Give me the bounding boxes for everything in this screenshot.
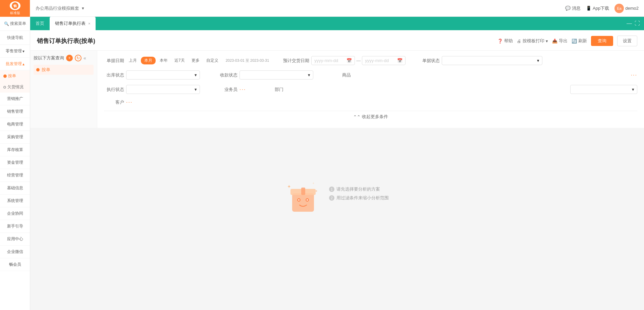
salesman-field: 业务员 ··· <box>217 87 246 93</box>
export-icon: 📥 <box>552 39 557 44</box>
sidebar-item-guide[interactable]: 新手引导 <box>0 220 30 233</box>
sidebar-item-wechat[interactable]: 企业微信 <box>0 246 30 258</box>
sidebar-item-retail[interactable]: 零售管理 ▾ <box>0 45 30 58</box>
wechat-label: 企业微信 <box>7 249 23 254</box>
finance-label: 资金管理 <box>7 160 23 165</box>
svg-rect-2 <box>292 193 314 212</box>
sidebar-item-basic-info[interactable]: 基础信息 <box>0 182 30 195</box>
search-menu-button[interactable]: 🔍 搜索菜单 <box>2 19 28 28</box>
filter-panel: 按以下方案查询 + ↻ « 按单 单据日期 <box>30 51 644 128</box>
tab-maximize-button[interactable]: ⛶ <box>635 20 640 27</box>
exec-status-label: 执行状态 <box>104 87 124 93</box>
product-dots-button[interactable]: ··· <box>631 72 637 78</box>
submenu-backorder-label: 欠货情况 <box>7 84 23 90</box>
refresh-scheme-button[interactable]: ↻ <box>75 55 82 61</box>
predict-date-label: 预计交货日期 <box>283 58 309 64</box>
collapse-label: 收起更多条件 <box>362 114 388 120</box>
user-profile-button[interactable]: Ea demo2 <box>614 4 639 13</box>
date-tab-more[interactable]: 更多 <box>189 56 202 65</box>
customer-dots-button[interactable]: ··· <box>126 99 132 105</box>
dept-select[interactable]: ▾ <box>570 85 637 94</box>
empty-illustration: ✦ ✦ ✦ <box>285 178 319 212</box>
tab-close-icon[interactable]: × <box>88 21 90 25</box>
svg-text:畅: 畅 <box>13 4 17 8</box>
print-arrow-icon: ▾ <box>546 39 548 44</box>
quick-nav-button[interactable]: 快捷导航 <box>0 33 30 43</box>
date-tab-this-month[interactable]: 本月 <box>141 57 156 64</box>
empty-state: ✦ ✦ ✦ 1 请先选择要分析的方案 2 用过滤条件来缩小分析范围 <box>285 178 389 212</box>
sidebar-item-system[interactable]: 系统管理 <box>0 195 30 207</box>
dept-field: 部门 ▾ <box>263 85 637 94</box>
scheme-item-order[interactable]: 按单 <box>34 65 94 75</box>
svg-text:✦: ✦ <box>287 184 291 189</box>
sidebar-logo: 畅 标准版 <box>0 0 30 17</box>
sidebar-item-membership[interactable]: 畅会员 <box>0 258 30 271</box>
top-header: 办公用品行业模拟账套 ▾ 💬 消息 📱 App下载 Ea demo2 <box>30 0 644 17</box>
svg-point-8 <box>307 199 308 201</box>
app-download-button[interactable]: 📱 App下载 <box>586 5 609 11</box>
message-label: 消息 <box>572 5 581 11</box>
sidebar-item-appstore[interactable]: 应用中心 <box>0 233 30 246</box>
refresh-icon: 🔄 <box>572 39 577 44</box>
payment-status-label: 收款状态 <box>217 72 237 78</box>
delivery-status-select[interactable]: ▾ <box>126 70 200 80</box>
sidebar-item-finance[interactable]: 资金管理 <box>0 156 30 169</box>
page-title: 销售订单执行表(按单) <box>37 37 95 45</box>
retail-arrow: ▾ <box>22 49 24 54</box>
sidebar-item-purchase[interactable]: 采购管理 <box>0 131 30 144</box>
salesman-dots-button[interactable]: ··· <box>239 87 246 93</box>
message-button[interactable]: 💬 消息 <box>565 5 581 11</box>
sidebar-item-operations[interactable]: 经营管理 <box>0 169 30 182</box>
add-scheme-button[interactable]: + <box>66 55 73 61</box>
dept-arrow-icon: ▾ <box>632 87 634 92</box>
sidebar-item-enterprise[interactable]: 企业协同 <box>0 207 30 220</box>
date-tab-this-year[interactable]: 本年 <box>157 56 170 65</box>
filter-row-1: 单据日期 上月 本月 本年 近7天 更多 自定义 2023-03-01 至 20… <box>104 56 637 65</box>
submenu-item-backorder[interactable]: 欠货情况 <box>0 82 30 93</box>
collapse-button[interactable]: ⌃⌃ 收起更多条件 <box>104 111 637 122</box>
sidebar-item-inventory[interactable]: 库存核算 <box>0 144 30 156</box>
submenu-item-order[interactable]: 按单 <box>0 70 30 82</box>
content-area: ✦ ✦ ✦ 1 请先选择要分析的方案 2 用过滤条件来缩小分析范围 <box>30 128 644 262</box>
empty-tip-2: 2 用过滤条件来缩小分析范围 <box>329 195 389 201</box>
predict-date-end[interactable]: yyyy-mm-dd 📅 <box>362 56 406 65</box>
collapse-side-button[interactable]: « <box>84 55 86 61</box>
inactive-dot-icon <box>3 86 6 89</box>
export-button[interactable]: 📥 导出 <box>552 38 568 44</box>
predict-date-field: 预计交货日期 yyyy-mm-dd 📅 — yyyy-mm-dd 📅 <box>283 56 406 65</box>
search-icon: 🔍 <box>4 21 9 26</box>
tab-minimize-button[interactable]: — <box>627 20 632 27</box>
sidebar-item-ecommerce[interactable]: 电商管理 <box>0 118 30 131</box>
filter-side: 按以下方案查询 + ↻ « 按单 <box>30 51 97 128</box>
refresh-button[interactable]: 🔄 刷新 <box>572 38 587 44</box>
sidebar-item-sales[interactable]: 销售管理 <box>0 105 30 118</box>
setting-button[interactable]: 设置 <box>617 36 637 46</box>
wholesale-arrow: ▴ <box>22 62 24 66</box>
sidebar-item-wholesale[interactable]: 批发管理 ▴ <box>0 58 30 70</box>
date-range-inputs: yyyy-mm-dd 📅 — yyyy-mm-dd 📅 <box>311 56 406 65</box>
help-button[interactable]: ❓ 帮助 <box>497 38 513 44</box>
date-tabs: 上月 本月 本年 近7天 更多 自定义 <box>126 56 221 65</box>
setting-label: 设置 <box>623 38 632 43</box>
date-tab-last-month[interactable]: 上月 <box>126 56 140 65</box>
query-button[interactable]: 查询 <box>591 36 613 46</box>
predict-date-start[interactable]: yyyy-mm-dd 📅 <box>311 56 355 65</box>
sidebar-menu: 零售管理 ▾ 批发管理 ▴ 按单 欠货情况 营销推广 销售管理 电商管理 <box>0 45 30 310</box>
date-tab-custom[interactable]: 自定义 <box>204 56 221 65</box>
breadcrumb-text: 办公用品行业模拟账套 <box>36 5 79 11</box>
empty-svg: ✦ ✦ ✦ <box>285 178 322 215</box>
print-button[interactable]: 🖨 按模板打印 ▾ <box>517 38 548 44</box>
date-tab-7days[interactable]: 近7天 <box>172 56 187 65</box>
exec-status-select[interactable]: ▾ <box>126 85 200 94</box>
wholesale-submenu: 按单 欠货情况 <box>0 70 30 93</box>
filter-row-4: 客户 ··· <box>104 99 637 105</box>
payment-status-select[interactable]: ▾ <box>239 70 313 80</box>
filter-side-title: 按以下方案查询 <box>34 55 64 61</box>
tab-sales-order[interactable]: 销售订单执行表 × <box>50 17 96 30</box>
sidebar-item-marketing[interactable]: 营销推广 <box>0 93 30 105</box>
doc-status-field: 单据状态 ▾ <box>420 56 637 65</box>
wholesale-label: 批发管理 <box>6 61 22 67</box>
date-placeholder-2: yyyy-mm-dd <box>365 58 389 63</box>
tab-home[interactable]: 首页 <box>30 17 50 30</box>
doc-status-select[interactable]: ▾ <box>442 56 542 65</box>
